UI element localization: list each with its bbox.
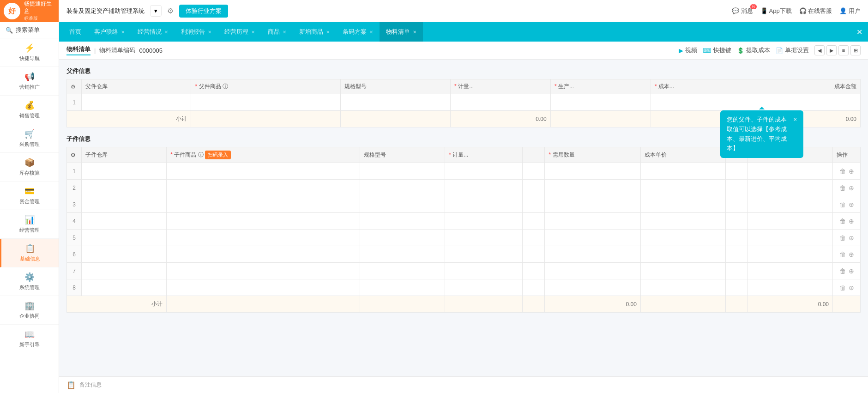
child-unit-cost-2[interactable]: [640, 180, 725, 196]
copy-row-1-button[interactable]: ⊕: [849, 168, 854, 175]
tab-bom-close[interactable]: ✕: [413, 30, 416, 35]
parent-unit-1[interactable]: [450, 94, 550, 111]
copy-row-5-button[interactable]: ⊕: [849, 234, 854, 242]
copy-row-2-button[interactable]: ⊕: [849, 184, 854, 192]
child-th-settings[interactable]: ⚙: [67, 147, 82, 163]
child-qty-7[interactable]: [545, 263, 641, 279]
tab-profit[interactable]: 利润报告 ✕: [175, 22, 218, 42]
online-service-link[interactable]: 🎧 在线客服: [799, 7, 832, 15]
child-unit-2[interactable]: [445, 180, 522, 196]
tab-profit-close[interactable]: ✕: [208, 30, 211, 35]
child-warehouse-1[interactable]: [82, 163, 167, 180]
child-spec-8[interactable]: [360, 279, 445, 296]
breadcrumb-parent[interactable]: 物料清单: [66, 45, 90, 55]
child-warehouse-2[interactable]: [82, 180, 167, 196]
parent-product-1[interactable]: [191, 94, 341, 111]
sidebar-item-sales[interactable]: 💰 销售管理: [0, 96, 59, 124]
tab-home[interactable]: 首页: [63, 22, 88, 42]
child-product-5[interactable]: [166, 230, 360, 246]
sidebar-item-finance[interactable]: 💳 资金管理: [0, 181, 59, 210]
sidebar-item-marketing[interactable]: 📢 营销推广: [0, 67, 59, 96]
child-spec-7[interactable]: [360, 263, 445, 279]
sidebar-item-system[interactable]: ⚙️ 系统管理: [0, 267, 59, 296]
delete-row-3-button[interactable]: 🗑: [839, 201, 846, 208]
child-unit-7[interactable]: [445, 263, 522, 279]
child-unit-cost-1[interactable]: [640, 163, 725, 180]
tab-goods[interactable]: 商品 ✕: [261, 22, 293, 42]
user-menu[interactable]: 👤 用户: [839, 7, 861, 15]
sidebar-item-operations[interactable]: 📊 经营管理: [0, 210, 59, 239]
tab-operations[interactable]: 经营情况 ✕: [131, 22, 175, 42]
view-action[interactable]: ▶ 视频: [679, 46, 697, 54]
copy-row-8-button[interactable]: ⊕: [849, 284, 854, 291]
child-product-8[interactable]: [166, 279, 360, 296]
child-unit-5[interactable]: [445, 230, 522, 246]
grid-view-button[interactable]: ≡: [838, 45, 849, 55]
delete-row-6-button[interactable]: 🗑: [839, 251, 846, 258]
child-qty-1[interactable]: [545, 163, 641, 180]
tab-goods-close[interactable]: ✕: [283, 30, 286, 35]
parent-th-settings[interactable]: ⚙: [67, 79, 82, 94]
tooltip-close-button[interactable]: ×: [793, 115, 797, 125]
sidebar-item-guide[interactable]: 📖 新手引导: [0, 325, 59, 353]
app-download-link[interactable]: 📱 App下载: [760, 7, 792, 15]
delete-row-2-button[interactable]: 🗑: [839, 184, 846, 192]
sidebar-item-quick-nav[interactable]: ⚡ 快捷导航: [0, 38, 59, 67]
sidebar-item-enterprise[interactable]: 🏢 企业协同: [0, 296, 59, 325]
tab-customer-close[interactable]: ✕: [121, 30, 125, 35]
delete-row-4-button[interactable]: 🗑: [839, 218, 846, 225]
child-qty-3[interactable]: [545, 196, 641, 213]
child-spec-3[interactable]: [360, 196, 445, 213]
delete-row-5-button[interactable]: 🗑: [839, 234, 846, 242]
child-product-4[interactable]: [166, 213, 360, 230]
parent-produce-1[interactable]: [550, 94, 651, 111]
child-unit-cost-8[interactable]: [640, 279, 725, 296]
child-unit-cost-3[interactable]: [640, 196, 725, 213]
close-all-tabs[interactable]: ✕: [851, 28, 868, 36]
sidebar-item-purchase[interactable]: 🛒 采购管理: [0, 124, 59, 153]
child-qty-8[interactable]: [545, 279, 641, 296]
child-unit-cost-7[interactable]: [640, 263, 725, 279]
child-product-7[interactable]: [166, 263, 360, 279]
copy-row-3-button[interactable]: ⊕: [849, 201, 854, 208]
child-product-6[interactable]: [166, 246, 360, 263]
copy-row-4-button[interactable]: ⊕: [849, 218, 854, 225]
child-spec-6[interactable]: [360, 246, 445, 263]
child-spec-1[interactable]: [360, 163, 445, 180]
delete-row-1-button[interactable]: 🗑: [839, 168, 846, 175]
child-warehouse-4[interactable]: [82, 213, 167, 230]
child-product-2[interactable]: [166, 180, 360, 196]
child-spec-2[interactable]: [360, 180, 445, 196]
child-product-1[interactable]: [166, 163, 360, 180]
child-warehouse-6[interactable]: [82, 246, 167, 263]
settings-icon[interactable]: ⚙: [167, 6, 174, 15]
child-warehouse-3[interactable]: [82, 196, 167, 213]
delete-row-7-button[interactable]: 🗑: [839, 267, 846, 275]
child-qty-6[interactable]: [545, 246, 641, 263]
tab-barcode-close[interactable]: ✕: [369, 30, 373, 35]
tab-new-goods-close[interactable]: ✕: [326, 30, 330, 35]
child-unit-cost-6[interactable]: [640, 246, 725, 263]
list-view-button[interactable]: ⊞: [850, 45, 861, 55]
child-warehouse-5[interactable]: [82, 230, 167, 246]
child-spec-5[interactable]: [360, 230, 445, 246]
child-unit-3[interactable]: [445, 196, 522, 213]
search-menu-item[interactable]: 🔍 搜索菜单: [0, 22, 59, 38]
trial-button[interactable]: 体验行业方案: [179, 5, 228, 18]
sidebar-item-basic-info[interactable]: 📋 基础信息: [0, 239, 59, 267]
child-qty-5[interactable]: [545, 230, 641, 246]
tab-history-close[interactable]: ✕: [251, 30, 255, 35]
next-page-button[interactable]: ▶: [826, 45, 837, 55]
scan-input-button[interactable]: 扫码录入: [205, 151, 231, 159]
child-warehouse-7[interactable]: [82, 263, 167, 279]
prev-page-button[interactable]: ◀: [814, 45, 825, 55]
child-unit-1[interactable]: [445, 163, 522, 180]
child-unit-cost-5[interactable]: [640, 230, 725, 246]
message-badge[interactable]: 💬 消息 6: [732, 7, 753, 15]
copy-row-7-button[interactable]: ⊕: [849, 267, 854, 275]
parent-cost-1[interactable]: [651, 94, 751, 111]
system-dropdown[interactable]: ▾: [150, 5, 162, 17]
tab-history[interactable]: 经营历程 ✕: [218, 22, 261, 42]
sidebar-item-inventory[interactable]: 📦 库存核算: [0, 153, 59, 181]
child-spec-4[interactable]: [360, 213, 445, 230]
